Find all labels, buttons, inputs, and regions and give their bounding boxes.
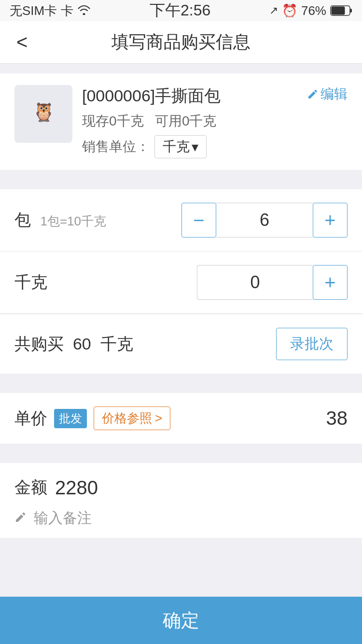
total-label: 共购买 [14, 335, 64, 353]
remark-row[interactable]: 输入备注 [14, 508, 348, 528]
price-ref-button[interactable]: 价格参照 > [94, 406, 170, 430]
kg-label: 千克 [14, 271, 197, 294]
divider-2 [0, 374, 362, 383]
bag-qty-input[interactable] [216, 203, 313, 238]
price-tag: 批发 [54, 409, 87, 428]
price-label: 单价 [14, 407, 47, 430]
divider-1 [0, 170, 362, 180]
nav-bar: < 填写商品购买信息 [0, 21, 362, 64]
kg-qty-control: + [197, 265, 348, 300]
bag-label: 包 1包=10千克 [14, 209, 181, 231]
bag-minus-button[interactable]: − [181, 203, 216, 238]
back-button[interactable]: < [12, 27, 32, 58]
location-icon: ↗ [269, 4, 278, 17]
product-name-text: 手撕面包 [155, 86, 221, 105]
alarm-icon: ⏰ [282, 3, 297, 18]
price-ref-arrow-icon: > [155, 411, 162, 426]
battery-icon [330, 5, 352, 16]
price-ref-text: 价格参照 [102, 410, 152, 427]
remark-placeholder: 输入备注 [34, 508, 92, 528]
sim-icon: 卡 [61, 2, 73, 19]
bag-plus-button[interactable]: + [313, 203, 348, 238]
carrier-text: 无SIM卡 [10, 2, 57, 19]
confirm-button[interactable]: 确定 [0, 597, 362, 644]
stock-text: 现存0千克 [82, 113, 144, 128]
status-bar: 无SIM卡 卡 下午2:56 ↗ ⏰ 76% [0, 0, 362, 21]
bag-qty-control: − + [181, 203, 348, 238]
unit-label: 销售单位： [82, 138, 150, 156]
pencil-icon [14, 510, 28, 527]
amount-value: 2280 [55, 477, 98, 499]
unit-select[interactable]: 千克 ▾ [154, 135, 207, 158]
unit-value: 千克 [163, 138, 190, 156]
product-unit-row: 销售单位： 千克 ▾ [82, 135, 348, 158]
product-stock: 现存0千克 可用0千克 [82, 112, 348, 130]
edit-button[interactable]: 编辑 [307, 85, 348, 103]
amount-label: 金额 [14, 476, 47, 499]
product-card: 🦉 [0000006]手撕面包 编辑 现存0千克 可用0千克 销售单位： 千克 [0, 73, 362, 170]
kg-qty-input[interactable] [197, 265, 313, 300]
status-time: 下午2:56 [150, 0, 210, 21]
battery-text: 76% [301, 3, 326, 18]
price-section: 单价 批发 价格参照 > 38 [0, 393, 362, 444]
wifi-icon [77, 3, 91, 18]
product-info: [0000006]手撕面包 编辑 现存0千克 可用0千克 销售单位： 千克 ▾ [82, 85, 348, 158]
svg-rect-1 [350, 9, 352, 13]
price-left: 单价 批发 价格参照 > [14, 406, 170, 430]
edit-label: 编辑 [320, 85, 348, 103]
product-code: [0000006] [82, 86, 155, 105]
svg-rect-2 [332, 7, 345, 15]
kg-plus-button[interactable]: + [313, 265, 348, 300]
batch-button[interactable]: 录批次 [276, 328, 348, 360]
product-name: [0000006]手撕面包 [82, 85, 221, 107]
price-row: 单价 批发 价格参照 > 38 [14, 406, 348, 430]
amount-row: 金额 2280 [14, 476, 348, 499]
total-unit: 千克 [100, 335, 133, 353]
divider-3 [0, 444, 362, 453]
product-logo-icon: 🦉 [26, 94, 61, 134]
amount-section: 金额 2280 输入备注 [0, 463, 362, 538]
price-value: 38 [326, 407, 348, 429]
bag-hint: 1包=10千克 [40, 214, 106, 228]
status-right: ↗ ⏰ 76% [269, 3, 352, 18]
status-left: 无SIM卡 卡 [10, 2, 91, 19]
total-text: 共购买 60 千克 [14, 333, 133, 355]
page-title: 填写商品购买信息 [111, 30, 251, 54]
kg-input-row: 千克 + [0, 252, 362, 314]
total-row: 共购买 60 千克 录批次 [0, 314, 362, 374]
bag-input-row: 包 1包=10千克 − + [0, 189, 362, 252]
bag-label-text: 包 [14, 210, 31, 229]
total-amount: 60 [73, 335, 91, 353]
dropdown-arrow-icon: ▾ [192, 139, 198, 155]
svg-text:🦉: 🦉 [32, 101, 56, 123]
product-image: 🦉 [14, 85, 72, 143]
input-section: 包 1包=10千克 − + 千克 + 共购买 60 千克 录批次 [0, 189, 362, 374]
available-text: 可用0千克 [155, 113, 217, 128]
